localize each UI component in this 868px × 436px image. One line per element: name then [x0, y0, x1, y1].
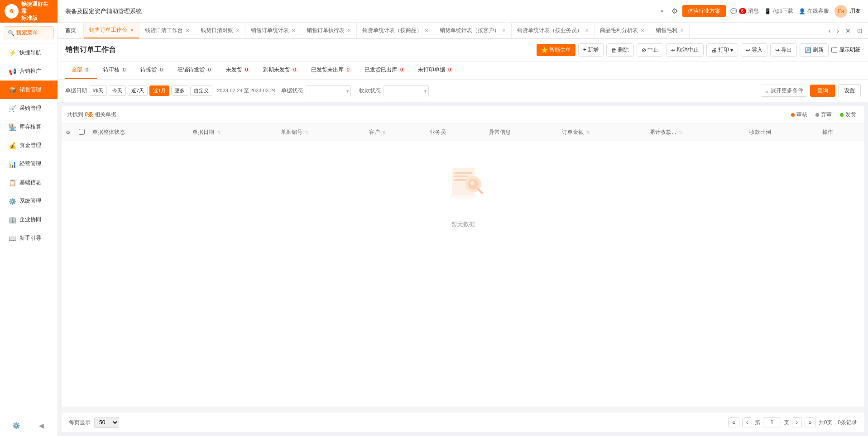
import-button[interactable]: ↩ 导入 — [741, 43, 767, 57]
tab-close-gross-margin[interactable]: ✕ — [641, 28, 644, 33]
sidebar-item-purchase[interactable]: 🛒 采购管理 — [0, 99, 58, 118]
date-btn-1month[interactable]: 近1月 — [149, 85, 169, 96]
user-menu[interactable]: Ea 用友 — [834, 5, 861, 18]
horizontal-scrollbar[interactable] — [62, 407, 864, 412]
tab-sales-summary-customer[interactable]: 销货单统计表（按客户） ✕ — [434, 23, 512, 38]
export-button[interactable]: ↪ 导出 — [770, 43, 797, 57]
col-ratio: 收款比例 — [746, 124, 819, 141]
filter-tab-unprinted[interactable]: 未打印单据0 — [412, 62, 460, 79]
delete-button[interactable]: 🗑 删除 — [606, 43, 634, 57]
amount-sort-icon[interactable]: ⇅ — [586, 130, 590, 135]
number-sort-icon[interactable]: ⇅ — [305, 130, 308, 135]
filter-tab-shipped-not-out[interactable]: 已发货未出库0 — [305, 62, 358, 79]
tab-sales-summary-staff[interactable]: 销货单统计表（按业务员） ✕ — [512, 23, 595, 38]
tab-sales-workbench[interactable]: 销售订单工作台 ✕ — [84, 23, 139, 38]
date-btn-7days[interactable]: 近7天 — [128, 85, 148, 96]
filter-row: 单据日期 昨天 今天 近7天 近1月 更多 自定义 2023-02-24 至 2… — [65, 84, 861, 97]
industry-solution-button[interactable]: 体验行业方案 — [682, 5, 726, 17]
svg-point-8 — [470, 181, 474, 185]
tab-close-all-button[interactable]: ✕ — [843, 25, 854, 36]
customer-sort-icon[interactable]: ⇅ — [382, 130, 386, 135]
tab-maximize-button[interactable]: ⊡ — [854, 25, 865, 36]
tab-cash-clear[interactable]: 钱货日清工作台 ✕ — [139, 23, 195, 38]
tab-sales-stats[interactable]: 销售订单统计表 ✕ — [245, 23, 301, 38]
sidebar-item-inventory[interactable]: 🏪 库存核算 — [0, 118, 58, 136]
sidebar-item-guide[interactable]: 📖 新手引导 — [0, 229, 58, 247]
collapse-button[interactable]: ◀ — [30, 420, 53, 431]
tab-gross-margin[interactable]: 商品毛利分析表 ✕ — [595, 23, 650, 38]
query-button[interactable]: 查询 — [810, 85, 835, 97]
filter-tab-shipped-out[interactable]: 已发货已出库0 — [358, 62, 412, 79]
tab-close-sales-exec[interactable]: ✕ — [347, 28, 351, 33]
date-sort-icon[interactable]: ⇅ — [217, 130, 221, 135]
column-settings-icon[interactable]: ⚙ — [66, 129, 71, 136]
sidebar-item-system[interactable]: ⚙️ 系统管理 — [0, 192, 58, 210]
tab-close-sales-summary-product[interactable]: ✕ — [425, 28, 428, 33]
tab-sales-summary-product[interactable]: 销货单统计表（按商品） ✕ — [357, 23, 434, 38]
date-btn-today[interactable]: 今天 — [109, 85, 126, 96]
tab-prev-button[interactable]: ‹ — [826, 25, 834, 36]
search-menu-button[interactable]: 🔍 搜索菜单 — [4, 26, 54, 39]
guide-icon: 📖 — [9, 235, 16, 242]
settings-header-icon[interactable]: ⚙ — [671, 7, 678, 15]
add-button[interactable]: + 新增 — [578, 43, 604, 57]
tab-cash-reconcile[interactable]: 钱货日清对账 ✕ — [195, 23, 245, 38]
tab-close-cash-reconcile[interactable]: ✕ — [236, 28, 240, 33]
tab-close-sales-workbench[interactable]: ✕ — [130, 28, 134, 33]
tab-sales-exec[interactable]: 销售订单执行表 ✕ — [301, 23, 357, 38]
page-input[interactable] — [763, 417, 781, 427]
per-page-select[interactable]: 50 100 200 — [94, 417, 119, 428]
sidebar-item-enterprise[interactable]: 🏢 企业协同 — [0, 210, 58, 229]
tab-next-button[interactable]: › — [834, 25, 842, 36]
sidebar-item-marketing[interactable]: 📢 营销推广 — [0, 62, 58, 81]
sidebar-item-finance[interactable]: 💰 资金管理 — [0, 136, 58, 155]
review-action-button[interactable]: 审核 — [788, 109, 810, 120]
dropdown-arrow-icon: ▾ — [661, 8, 663, 14]
page-prev-button[interactable]: ‹ — [742, 417, 752, 427]
cancel-review-action-button[interactable]: 弃审 — [813, 109, 834, 120]
filter-tab-wangpu[interactable]: 旺铺待发货0 — [171, 62, 219, 79]
page-first-button[interactable]: « — [728, 417, 739, 427]
expand-filter-button[interactable]: ⌄ 展开更多条件 — [761, 85, 807, 97]
tab-home[interactable]: 首页 — [58, 23, 84, 38]
sidebar-item-quick-nav[interactable]: ⚡ 快捷导航 — [0, 43, 58, 62]
cancel-stop-button[interactable]: ↩ 取消中止 — [666, 43, 704, 57]
message-button[interactable]: 💬 6 消息 — [730, 7, 759, 15]
tab-close-sales-stats[interactable]: ✕ — [292, 28, 295, 33]
filter-tab-all[interactable]: 全部0 — [65, 62, 97, 79]
filter-tab-expired-unshipped[interactable]: 到期未发货0 — [257, 62, 305, 79]
tab-sales-more[interactable]: 销售毛利 ✕ — [650, 23, 690, 38]
table-container: ⚙ 单据整体状态 单据日期 ⇅ — [62, 124, 864, 407]
date-btn-custom[interactable]: 自定义 — [190, 85, 212, 96]
collected-sort-icon[interactable]: ⇅ — [679, 130, 682, 135]
status-select[interactable] — [306, 85, 351, 96]
filter-tab-pending-review[interactable]: 待审核0 — [97, 62, 134, 79]
filter-tab-pending-inspect[interactable]: 待拣货0 — [134, 62, 171, 79]
refresh-button[interactable]: 🔄 刷新 — [800, 43, 829, 57]
tab-close-sales-summary-staff[interactable]: ✕ — [585, 28, 589, 33]
settings-bottom-button[interactable]: ⚙️ — [5, 420, 28, 431]
tab-close-sales-summary-customer[interactable]: ✕ — [502, 28, 506, 33]
ship-action-button[interactable]: 发货 — [837, 109, 859, 120]
print-button[interactable]: 🖨 打印 ▾ — [706, 43, 738, 57]
page-last-button[interactable]: » — [805, 417, 816, 427]
settings-filter-button[interactable]: 设置 — [838, 84, 861, 97]
select-all-checkbox[interactable] — [79, 129, 85, 135]
empty-svg — [441, 159, 486, 204]
sidebar-item-basic-info[interactable]: 📋 基础信息 — [0, 173, 58, 192]
sidebar-item-operations[interactable]: 📊 经营管理 — [0, 155, 58, 173]
online-service-button[interactable]: 👤 在线客服 — [799, 7, 829, 15]
app-download-button[interactable]: 📱 App下载 — [764, 7, 793, 15]
stop-button[interactable]: ⊘ 中止 — [637, 43, 663, 57]
smart-create-button[interactable]: ⭐ 智能生单 — [537, 44, 575, 56]
page-next-button[interactable]: › — [792, 417, 802, 427]
filter-tab-unshipped[interactable]: 未发货0 — [220, 62, 257, 79]
sidebar-item-sales[interactable]: 📦 销售管理 — [0, 81, 58, 99]
tab-close-sales-more[interactable]: ✕ — [680, 28, 684, 33]
date-btn-yesterday[interactable]: 昨天 — [90, 85, 107, 96]
tab-close-cash-clear[interactable]: ✕ — [186, 28, 189, 33]
show-detail-checkbox[interactable] — [831, 47, 837, 53]
show-detail-checkbox-label[interactable]: 显示明细 — [831, 46, 861, 54]
date-btn-more[interactable]: 更多 — [171, 85, 188, 96]
payment-select[interactable] — [384, 85, 429, 96]
